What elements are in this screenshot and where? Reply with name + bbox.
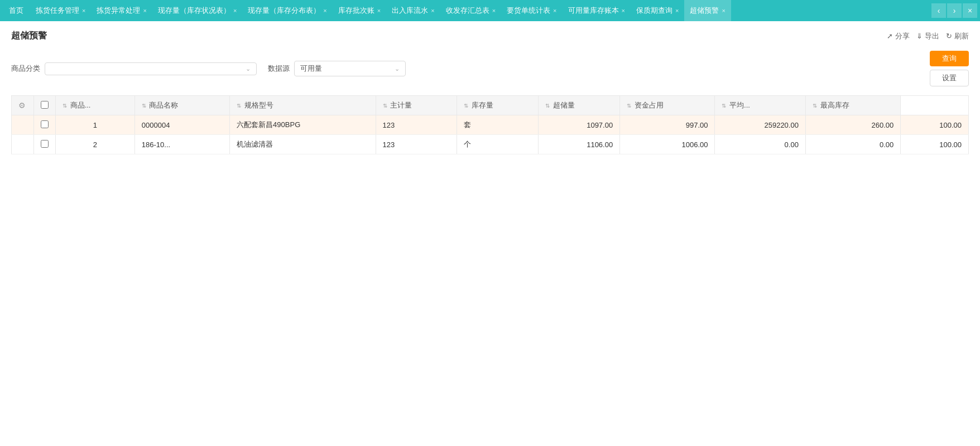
- row-spec-1: 123: [376, 135, 457, 154]
- settings-button[interactable]: 设置: [930, 70, 969, 86]
- product-category-select[interactable]: ⌄: [45, 62, 257, 75]
- data-source-select[interactable]: 可用量 ⌄: [294, 61, 406, 76]
- nav-tab-7[interactable]: 要货单统计表 ×: [501, 0, 562, 21]
- row-unit-1: 个: [457, 135, 539, 154]
- th-product-code[interactable]: ⇅ 商品...: [56, 96, 135, 115]
- row-product-code-0: 0000004: [134, 115, 229, 135]
- query-button[interactable]: 查询: [930, 51, 969, 66]
- product-category-label: 商品分类: [11, 64, 40, 74]
- page-header: 超储预警 ➚ 分享 ⇓ 导出 ↻ 刷新: [11, 30, 969, 42]
- select-all-checkbox[interactable]: [41, 101, 49, 109]
- data-table: ⚙ ⇅ 商品... ⇅ 商品名称 ⇅ 规格型号 ⇅: [11, 95, 969, 154]
- th-checkbox: [34, 96, 56, 115]
- th-max-stock[interactable]: ⇅ 最高库存: [805, 96, 900, 115]
- table-header-row: ⚙ ⇅ 商品... ⇅ 商品名称 ⇅ 规格型号 ⇅: [12, 96, 969, 115]
- th-gear: ⚙: [12, 96, 34, 115]
- nav-prev-button[interactable]: ‹: [931, 3, 946, 18]
- top-nav: 首页 拣货任务管理 × 拣货异常处理 × 现存量（库存状况表） × 现存量（库存…: [0, 0, 980, 21]
- table-row: 1 0000004 六配套新昌490BPG 123 套 1097.00 997.…: [12, 115, 969, 135]
- close-tab-10[interactable]: ×: [722, 7, 725, 14]
- table-row: 2 186-10... 机油滤清器 123 个 1106.00 1006.00 …: [12, 135, 969, 154]
- row-checkbox-1[interactable]: [41, 140, 49, 148]
- nav-tab-0[interactable]: 拣货任务管理 ×: [30, 0, 91, 21]
- sort-icon-product-code: ⇅: [63, 103, 67, 109]
- th-spec[interactable]: ⇅ 规格型号: [230, 96, 376, 115]
- share-button[interactable]: ➚ 分享: [887, 31, 910, 41]
- close-tab-0[interactable]: ×: [82, 7, 85, 14]
- row-gear-cell: [12, 135, 34, 154]
- th-capital-occupy[interactable]: ⇅ 资金占用: [620, 96, 715, 115]
- sort-icon-unit: ⇅: [383, 103, 387, 109]
- row-avg-cost-1: 0.00: [805, 135, 900, 154]
- nav-next-button[interactable]: ›: [947, 3, 962, 18]
- row-product-name-1: 机油滤清器: [230, 135, 376, 154]
- row-avg-cost-0: 260.00: [805, 115, 900, 135]
- row-product-code-1: 186-10...: [134, 135, 229, 154]
- nav-tab-3[interactable]: 现存量（库存分布表） ×: [242, 0, 332, 21]
- th-over-stock[interactable]: ⇅ 超储量: [539, 96, 620, 115]
- close-tab-6[interactable]: ×: [492, 7, 496, 14]
- row-capital-occupy-1: 0.00: [715, 135, 805, 154]
- sort-icon-product-name: ⇅: [142, 103, 146, 109]
- row-capital-occupy-0: 259220.00: [715, 115, 805, 135]
- th-unit[interactable]: ⇅ 主计量: [376, 96, 457, 115]
- nav-tab-9[interactable]: 保质期查询 ×: [631, 0, 684, 21]
- nav-tab-10[interactable]: 超储预警 ×: [684, 0, 731, 21]
- nav-home[interactable]: 首页: [2, 6, 30, 16]
- nav-tab-4[interactable]: 库存批次账 ×: [333, 0, 386, 21]
- close-tab-2[interactable]: ×: [233, 7, 237, 14]
- row-checkbox-cell: [34, 135, 56, 154]
- page-title: 超储预警: [11, 30, 47, 42]
- nav-tab-5[interactable]: 出入库流水 ×: [386, 0, 440, 21]
- row-checkbox-cell: [34, 115, 56, 135]
- data-source-label: 数据源: [268, 64, 290, 74]
- page-container: 超储预警 ➚ 分享 ⇓ 导出 ↻ 刷新 商品分类 ⌄ 数据源: [0, 21, 980, 446]
- header-actions: ➚ 分享 ⇓ 导出 ↻ 刷新: [887, 31, 969, 41]
- th-stock[interactable]: ⇅ 库存量: [457, 96, 539, 115]
- row-spec-0: 123: [376, 115, 457, 135]
- export-button[interactable]: ⇓ 导出: [916, 31, 939, 41]
- column-settings-icon[interactable]: ⚙: [18, 101, 26, 110]
- filter-actions: 查询 设置: [930, 51, 969, 86]
- row-max-stock-0: 100.00: [901, 115, 969, 135]
- data-source-chevron: ⌄: [395, 65, 400, 72]
- row-max-stock-1: 100.00: [901, 135, 969, 154]
- row-stock-0: 1097.00: [539, 115, 620, 135]
- sort-icon-stock: ⇅: [464, 103, 468, 109]
- row-unit-0: 套: [457, 115, 539, 135]
- nav-arrows: ‹ › ×: [931, 3, 978, 18]
- product-category-chevron: ⌄: [246, 65, 251, 72]
- nav-tab-6[interactable]: 收发存汇总表 ×: [440, 0, 501, 21]
- close-tab-5[interactable]: ×: [431, 7, 434, 14]
- close-tab-3[interactable]: ×: [323, 7, 326, 14]
- refresh-icon: ↻: [946, 32, 952, 40]
- th-product-name[interactable]: ⇅ 商品名称: [134, 96, 229, 115]
- row-checkbox-0[interactable]: [41, 120, 49, 128]
- product-category-filter: 商品分类 ⌄: [11, 62, 257, 75]
- nav-tab-1[interactable]: 拣货异常处理 ×: [91, 0, 152, 21]
- close-tab-1[interactable]: ×: [143, 7, 146, 14]
- refresh-button[interactable]: ↻ 刷新: [946, 31, 969, 41]
- data-source-value: 可用量: [300, 64, 322, 74]
- row-stock-1: 1106.00: [539, 135, 620, 154]
- row-over-stock-1: 1006.00: [620, 135, 715, 154]
- nav-close-button[interactable]: ×: [963, 3, 977, 18]
- close-tab-4[interactable]: ×: [377, 7, 381, 14]
- share-icon: ➚: [887, 32, 893, 40]
- sort-icon-max-stock: ⇅: [813, 103, 817, 109]
- th-avg-cost[interactable]: ⇅ 平均...: [715, 96, 805, 115]
- sort-icon-over-stock: ⇅: [545, 103, 550, 109]
- close-tab-8[interactable]: ×: [622, 7, 625, 14]
- sort-icon-avg-cost: ⇅: [722, 103, 726, 109]
- close-tab-9[interactable]: ×: [675, 7, 679, 14]
- sort-icon-capital-occupy: ⇅: [627, 103, 631, 109]
- sort-icon-spec: ⇅: [237, 103, 241, 109]
- row-gear-cell: [12, 115, 34, 135]
- close-tab-7[interactable]: ×: [553, 7, 556, 14]
- nav-tab-8[interactable]: 可用量库存账本 ×: [563, 0, 631, 21]
- export-icon: ⇓: [916, 32, 923, 40]
- nav-tab-2[interactable]: 现存量（库存状况表） ×: [152, 0, 242, 21]
- row-num-1: 2: [56, 135, 135, 154]
- row-over-stock-0: 997.00: [620, 115, 715, 135]
- data-source-filter: 数据源 可用量 ⌄: [268, 61, 406, 76]
